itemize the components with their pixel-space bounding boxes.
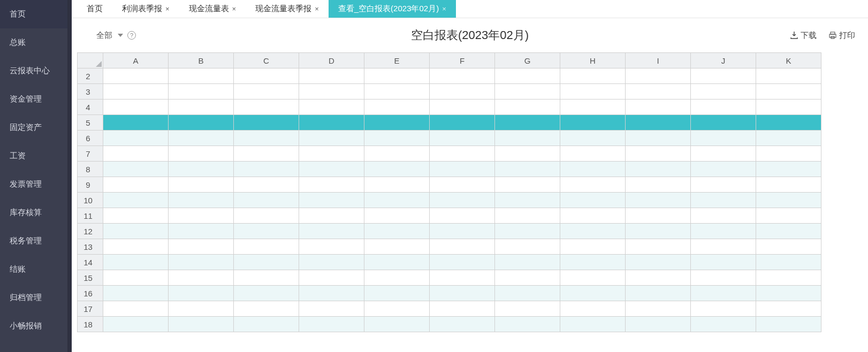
cell-G11[interactable] — [495, 208, 560, 224]
cell-A17[interactable] — [103, 301, 169, 317]
cell-G6[interactable] — [495, 131, 560, 146]
print-button[interactable]: 打印 — [828, 30, 855, 41]
column-header-A[interactable]: A — [103, 53, 169, 68]
cell-H18[interactable] — [560, 317, 626, 332]
cell-F17[interactable] — [430, 301, 495, 317]
row-header-2[interactable]: 2 — [78, 68, 103, 84]
cell-D6[interactable] — [299, 131, 364, 146]
cell-D11[interactable] — [299, 208, 364, 224]
tab-2[interactable]: 现金流量表× — [179, 0, 246, 18]
row-header-6[interactable]: 6 — [78, 131, 103, 146]
cell-C17[interactable] — [234, 301, 299, 317]
cell-K8[interactable] — [756, 162, 821, 177]
cell-G3[interactable] — [495, 84, 560, 100]
cell-H17[interactable] — [560, 301, 626, 317]
select-all-corner[interactable] — [78, 53, 103, 68]
cell-H5[interactable] — [560, 115, 626, 131]
cell-I13[interactable] — [626, 239, 691, 255]
cell-J10[interactable] — [691, 193, 756, 208]
sidebar-scrollbar[interactable] — [67, 0, 72, 352]
cell-I15[interactable] — [626, 270, 691, 286]
cell-K2[interactable] — [756, 68, 821, 84]
column-header-J[interactable]: J — [691, 53, 756, 68]
cell-I8[interactable] — [626, 162, 691, 177]
cell-J13[interactable] — [691, 239, 756, 255]
cell-D3[interactable] — [299, 84, 364, 100]
cell-J17[interactable] — [691, 301, 756, 317]
cell-K13[interactable] — [756, 239, 821, 255]
cell-F16[interactable] — [430, 286, 495, 301]
row-header-11[interactable]: 11 — [78, 208, 103, 224]
cell-C14[interactable] — [234, 255, 299, 270]
cell-J4[interactable] — [691, 100, 756, 115]
cell-E12[interactable] — [364, 224, 430, 239]
cell-B8[interactable] — [169, 162, 234, 177]
cell-K18[interactable] — [756, 317, 821, 332]
cell-B11[interactable] — [169, 208, 234, 224]
cell-I11[interactable] — [626, 208, 691, 224]
cell-I17[interactable] — [626, 301, 691, 317]
cell-C18[interactable] — [234, 317, 299, 332]
cell-D13[interactable] — [299, 239, 364, 255]
row-header-8[interactable]: 8 — [78, 162, 103, 177]
cell-D17[interactable] — [299, 301, 364, 317]
cell-C15[interactable] — [234, 270, 299, 286]
row-header-17[interactable]: 17 — [78, 301, 103, 317]
sidebar-item-7[interactable]: 库存核算 — [0, 198, 67, 227]
cell-A15[interactable] — [103, 270, 169, 286]
cell-I6[interactable] — [626, 131, 691, 146]
cell-G4[interactable] — [495, 100, 560, 115]
cell-J11[interactable] — [691, 208, 756, 224]
tab-3[interactable]: 现金流量表季报× — [246, 0, 329, 18]
row-header-7[interactable]: 7 — [78, 146, 103, 162]
row-header-13[interactable]: 13 — [78, 239, 103, 255]
cell-A16[interactable] — [103, 286, 169, 301]
cell-G12[interactable] — [495, 224, 560, 239]
cell-G16[interactable] — [495, 286, 560, 301]
cell-E6[interactable] — [364, 131, 430, 146]
cell-K7[interactable] — [756, 146, 821, 162]
cell-H12[interactable] — [560, 224, 626, 239]
cell-C2[interactable] — [234, 68, 299, 84]
cell-H11[interactable] — [560, 208, 626, 224]
cell-B2[interactable] — [169, 68, 234, 84]
cell-I2[interactable] — [626, 68, 691, 84]
cell-I16[interactable] — [626, 286, 691, 301]
cell-A10[interactable] — [103, 193, 169, 208]
cell-G2[interactable] — [495, 68, 560, 84]
cell-I7[interactable] — [626, 146, 691, 162]
cell-K14[interactable] — [756, 255, 821, 270]
cell-H13[interactable] — [560, 239, 626, 255]
cell-F2[interactable] — [430, 68, 495, 84]
cell-I18[interactable] — [626, 317, 691, 332]
cell-A14[interactable] — [103, 255, 169, 270]
cell-E11[interactable] — [364, 208, 430, 224]
sidebar-item-1[interactable]: 总账 — [0, 28, 67, 57]
cell-F8[interactable] — [430, 162, 495, 177]
cell-B13[interactable] — [169, 239, 234, 255]
cell-F6[interactable] — [430, 131, 495, 146]
cell-J5[interactable] — [691, 115, 756, 131]
cell-C7[interactable] — [234, 146, 299, 162]
cell-K4[interactable] — [756, 100, 821, 115]
cell-H8[interactable] — [560, 162, 626, 177]
tab-4[interactable]: 查看_空白报表(2023年02月)× — [329, 0, 456, 18]
download-button[interactable]: 下载 — [790, 30, 817, 41]
cell-A18[interactable] — [103, 317, 169, 332]
cell-A4[interactable] — [103, 100, 169, 115]
cell-E4[interactable] — [364, 100, 430, 115]
cell-G17[interactable] — [495, 301, 560, 317]
sidebar-item-3[interactable]: 资金管理 — [0, 85, 67, 113]
cell-H7[interactable] — [560, 146, 626, 162]
cell-C12[interactable] — [234, 224, 299, 239]
sidebar-item-5[interactable]: 工资 — [0, 142, 67, 170]
close-icon[interactable]: × — [165, 5, 170, 13]
cell-E10[interactable] — [364, 193, 430, 208]
sidebar-item-11[interactable]: 小畅报销 — [0, 312, 67, 340]
cell-K15[interactable] — [756, 270, 821, 286]
cell-H14[interactable] — [560, 255, 626, 270]
column-header-H[interactable]: H — [560, 53, 626, 68]
help-icon[interactable]: ? — [127, 31, 136, 40]
cell-B12[interactable] — [169, 224, 234, 239]
cell-F7[interactable] — [430, 146, 495, 162]
